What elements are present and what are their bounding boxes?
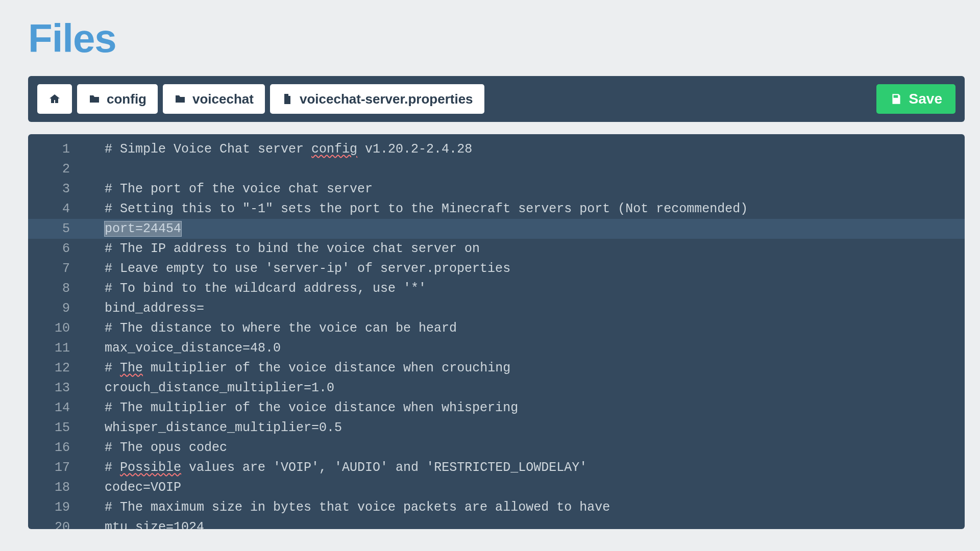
breadcrumb-file[interactable]: voicechat-server.properties <box>270 84 484 114</box>
line-number: 8 <box>28 279 84 298</box>
editor-line[interactable]: 7# Leave empty to use 'server-ip' of ser… <box>28 259 965 279</box>
folder-icon <box>88 93 101 105</box>
editor-line[interactable]: 17# Possible values are 'VOIP', 'AUDIO' … <box>28 458 965 478</box>
editor-line[interactable]: 13crouch_distance_multiplier=1.0 <box>28 378 965 398</box>
editor-line[interactable]: 5port=24454 <box>28 219 965 239</box>
line-number: 17 <box>28 458 84 478</box>
line-number: 19 <box>28 497 84 517</box>
editor-line[interactable]: 11max_voice_distance=48.0 <box>28 338 965 358</box>
line-content[interactable]: port=24454 <box>84 219 181 239</box>
line-content[interactable]: max_voice_distance=48.0 <box>84 338 281 358</box>
editor-line[interactable]: 18codec=VOIP <box>28 478 965 497</box>
editor-line[interactable]: 10# The distance to where the voice can … <box>28 318 965 338</box>
editor-line[interactable]: 16# The opus codec <box>28 438 965 458</box>
line-content[interactable]: # Simple Voice Chat server config v1.20.… <box>84 139 472 159</box>
line-number: 11 <box>28 338 84 358</box>
editor-line[interactable]: 14# The multiplier of the voice distance… <box>28 398 965 418</box>
line-content[interactable]: # The distance to where the voice can be… <box>84 318 457 338</box>
page-title: Files <box>28 15 965 62</box>
line-content[interactable]: codec=VOIP <box>84 478 181 497</box>
breadcrumb-label: voicechat-server.properties <box>300 92 473 106</box>
line-number: 5 <box>28 219 84 239</box>
line-content[interactable]: # The maximum size in bytes that voice p… <box>84 497 610 517</box>
save-icon <box>890 92 903 106</box>
line-number: 14 <box>28 398 84 418</box>
line-number: 6 <box>28 239 84 259</box>
line-content[interactable]: whisper_distance_multiplier=0.5 <box>84 418 342 438</box>
editor-line[interactable]: 6# The IP address to bind the voice chat… <box>28 239 965 259</box>
line-number: 7 <box>28 259 84 279</box>
code-editor[interactable]: 1# Simple Voice Chat server config v1.20… <box>28 134 965 529</box>
editor-line[interactable]: 19# The maximum size in bytes that voice… <box>28 497 965 517</box>
breadcrumb-config[interactable]: config <box>77 84 158 114</box>
line-number: 18 <box>28 478 84 497</box>
line-number: 9 <box>28 298 84 318</box>
line-content[interactable]: # Possible values are 'VOIP', 'AUDIO' an… <box>84 458 587 478</box>
line-content[interactable]: # The multiplier of the voice distance w… <box>84 358 510 378</box>
home-icon <box>48 93 61 105</box>
line-number: 13 <box>28 378 84 398</box>
breadcrumb-voicechat[interactable]: voicechat <box>163 84 265 114</box>
line-number: 4 <box>28 199 84 219</box>
save-label: Save <box>909 91 942 107</box>
line-content[interactable]: # The multiplier of the voice distance w… <box>84 398 518 418</box>
home-button[interactable] <box>37 84 72 114</box>
editor-line[interactable]: 3# The port of the voice chat server <box>28 179 965 199</box>
editor-line[interactable]: 2 <box>28 159 965 179</box>
line-number: 2 <box>28 159 84 179</box>
line-number: 1 <box>28 139 84 159</box>
line-content[interactable]: # Leave empty to use 'server-ip' of serv… <box>84 259 510 279</box>
editor-line[interactable]: 12# The multiplier of the voice distance… <box>28 358 965 378</box>
folder-icon <box>174 93 186 105</box>
breadcrumb-label: voicechat <box>192 92 254 106</box>
line-number: 3 <box>28 179 84 199</box>
line-number: 15 <box>28 418 84 438</box>
line-number: 12 <box>28 358 84 378</box>
file-icon <box>281 93 293 105</box>
line-number: 16 <box>28 438 84 458</box>
breadcrumb-label: config <box>107 92 146 106</box>
breadcrumb-toolbar: config voicechat voicechat-server.proper… <box>28 76 965 122</box>
save-button[interactable]: Save <box>876 84 955 114</box>
editor-line[interactable]: 8# To bind to the wildcard address, use … <box>28 279 965 298</box>
editor-line[interactable]: 1# Simple Voice Chat server config v1.20… <box>28 134 965 159</box>
editor-line[interactable]: 20mtu_size=1024 <box>28 517 965 529</box>
line-number: 10 <box>28 318 84 338</box>
editor-line[interactable]: 15whisper_distance_multiplier=0.5 <box>28 418 965 438</box>
editor-line[interactable]: 4# Setting this to "-1" sets the port to… <box>28 199 965 219</box>
line-content[interactable]: # The opus codec <box>84 438 227 458</box>
line-content[interactable]: crouch_distance_multiplier=1.0 <box>84 378 334 398</box>
editor-line[interactable]: 9bind_address= <box>28 298 965 318</box>
line-content[interactable]: bind_address= <box>84 298 204 318</box>
line-number: 20 <box>28 517 84 529</box>
line-content[interactable]: mtu_size=1024 <box>84 517 204 529</box>
line-content[interactable]: # The port of the voice chat server <box>84 179 373 199</box>
line-content[interactable]: # To bind to the wildcard address, use '… <box>84 279 426 298</box>
line-content[interactable]: # Setting this to "-1" sets the port to … <box>84 199 748 219</box>
line-content[interactable]: # The IP address to bind the voice chat … <box>84 239 480 259</box>
